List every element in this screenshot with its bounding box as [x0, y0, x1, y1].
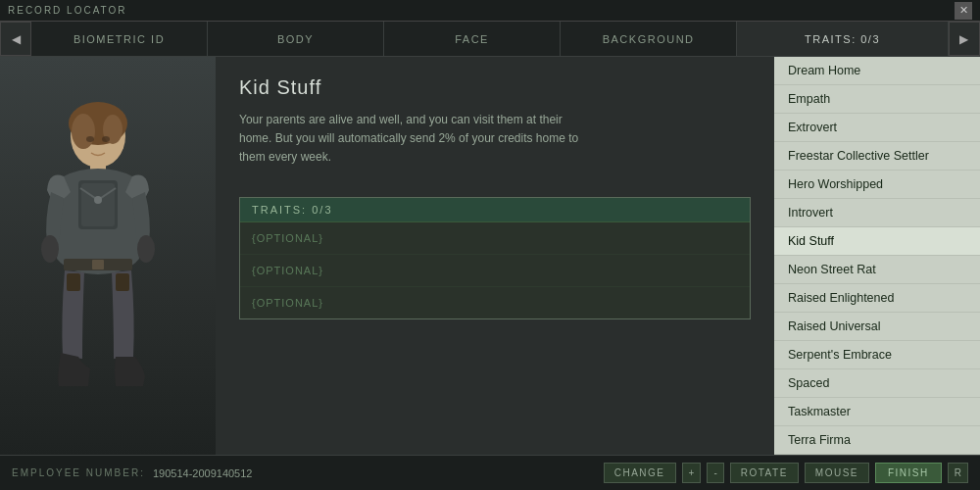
top-bar: RECORD LOCATOR ✕ [0, 0, 980, 22]
trait-list-item[interactable]: Dream Home [774, 57, 980, 85]
record-locator-label: RECORD LOCATOR [8, 5, 127, 16]
svg-point-9 [41, 235, 59, 263]
trait-list-item[interactable]: Taskmaster [774, 398, 980, 426]
employee-number: 190514-2009140512 [153, 467, 253, 479]
trait-title: Kid Stuff [239, 76, 751, 99]
svg-point-15 [94, 196, 102, 204]
trait-slot-3[interactable]: {OPTIONAL} [240, 287, 750, 318]
svg-point-2 [72, 114, 95, 149]
main-content: Kid Stuff Your parents are alive and wel… [0, 57, 980, 455]
character-panel [0, 57, 216, 455]
character-figure [10, 82, 206, 455]
rotate-button[interactable]: ROTATE [730, 463, 799, 483]
trait-slot-2[interactable]: {OPTIONAL} [240, 255, 750, 287]
trait-list-item[interactable]: Extrovert [774, 114, 980, 142]
traits-box-header: TRAITS: 0/3 [240, 198, 750, 222]
svg-point-5 [102, 136, 110, 142]
center-panel: Kid Stuff Your parents are alive and wel… [216, 57, 774, 455]
svg-point-10 [137, 235, 155, 263]
tab-biometric[interactable]: BIOMETRIC ID [31, 22, 208, 56]
close-button[interactable]: ✕ [955, 2, 972, 20]
change-button[interactable]: CHANGE [604, 463, 676, 483]
tab-background[interactable]: BACKGROUND [561, 22, 737, 56]
trait-list-item[interactable]: Raised Enlightened [774, 284, 980, 313]
svg-point-4 [86, 136, 94, 142]
svg-rect-13 [67, 273, 80, 291]
plus-button[interactable]: + [682, 463, 702, 483]
svg-rect-14 [116, 273, 129, 291]
trait-list-item[interactable]: Freestar Collective Settler [774, 142, 980, 171]
employee-label: EMPLOYEE NUMBER: [12, 467, 145, 478]
trait-list-item[interactable]: Hero Worshipped [774, 171, 980, 199]
nav-tabs: ◀ BIOMETRIC ID BODY FACE BACKGROUND TRAI… [0, 22, 980, 57]
r-key-button[interactable]: R [948, 463, 968, 483]
trait-list-item[interactable]: Introvert [774, 199, 980, 227]
trait-slot-1[interactable]: {OPTIONAL} [240, 222, 750, 255]
traits-box: TRAITS: 0/3 {OPTIONAL} {OPTIONAL} {OPTIO… [239, 197, 751, 319]
trait-list-item[interactable]: Spaced [774, 369, 980, 398]
mouse-button[interactable]: MOUSE [805, 463, 869, 483]
bottom-right-controls: CHANGE + - ROTATE MOUSE FINISH R [604, 463, 968, 483]
tab-traits[interactable]: TRAITS: 0/3 [737, 22, 949, 56]
finish-button[interactable]: FINISH [875, 463, 942, 483]
nav-right-button[interactable]: ▶ [949, 22, 980, 56]
character-svg [10, 82, 186, 435]
trait-description: Your parents are alive and well, and you… [239, 111, 592, 168]
nav-left-button[interactable]: ◀ [0, 22, 31, 56]
minus-button[interactable]: - [707, 463, 723, 483]
trait-list-item[interactable]: Raised Universal [774, 313, 980, 341]
bottom-bar: EMPLOYEE NUMBER: 190514-2009140512 CHANG… [0, 455, 980, 490]
trait-list-item[interactable]: Neon Street Rat [774, 256, 980, 284]
trait-list-item[interactable]: Terra Firma [774, 426, 980, 455]
top-bar-right: ✕ [955, 2, 972, 20]
trait-list-item[interactable]: Kid Stuff [774, 227, 980, 256]
trait-list-item[interactable]: Empath [774, 85, 980, 114]
tab-face[interactable]: FACE [384, 22, 561, 56]
trait-list-item[interactable]: Serpent's Embrace [774, 341, 980, 369]
trait-list-panel: Dream HomeEmpathExtrovertFreestar Collec… [774, 57, 980, 455]
svg-rect-12 [92, 260, 104, 270]
tab-body[interactable]: BODY [208, 22, 384, 56]
svg-rect-8 [81, 183, 115, 226]
